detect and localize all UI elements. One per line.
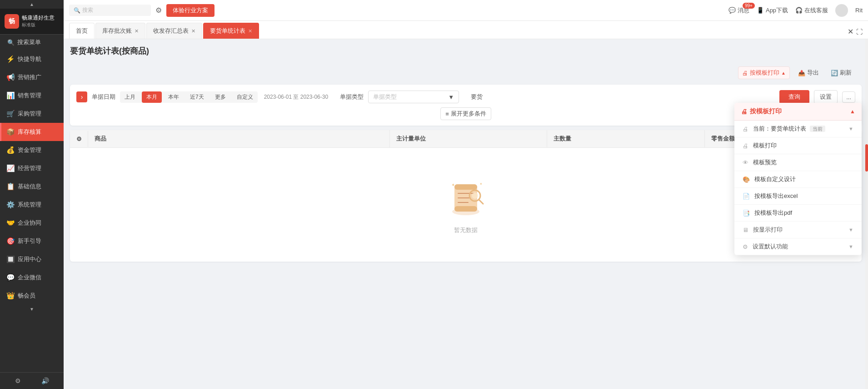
- date-current-month[interactable]: 本月: [142, 91, 162, 103]
- date-7days[interactable]: 近7天: [185, 91, 209, 103]
- online-service-action[interactable]: 🎧 在线客服: [795, 6, 828, 15]
- sidebar-item-wechat[interactable]: 💬 企业微信: [0, 268, 64, 287]
- dropdown-export-excel[interactable]: 📄 按模板导出excel: [734, 188, 862, 205]
- expand-icon: ≡: [445, 111, 449, 117]
- sidebar-item-label: 畅会员: [18, 292, 35, 300]
- username: Rit: [855, 7, 863, 14]
- sidebar-search[interactable]: 🔍 搜索菜单: [0, 35, 64, 50]
- sidebar-speaker-btn[interactable]: 🔊: [41, 377, 49, 384]
- date-label: 单据日期: [92, 93, 115, 101]
- trial-btn[interactable]: 体验行业方案: [166, 4, 215, 17]
- sidebar-item-label: 资金管理: [18, 146, 41, 154]
- svg-rect-2: [454, 184, 477, 190]
- tab-receipt-summary-close[interactable]: ✕: [191, 28, 195, 34]
- print-btn[interactable]: 🖨 按模板打印 ▲: [738, 66, 790, 79]
- dropdown-template-preview[interactable]: 👁 模板预览: [734, 154, 862, 171]
- tab-close-window-btn[interactable]: ✕: [848, 27, 853, 36]
- app-sub: 标准版: [22, 22, 55, 28]
- tab-home[interactable]: 首页: [69, 23, 95, 39]
- filter-expand-red-btn[interactable]: ›: [76, 91, 87, 102]
- dropdown-default-settings[interactable]: ⚙ 设置默认功能 ▼: [734, 238, 862, 255]
- dropdown-template-print[interactable]: 🖨 模板打印: [734, 137, 862, 154]
- th-unit: 主计量单位: [390, 130, 547, 147]
- sidebar-item-inventory[interactable]: 📦 库存核算: [0, 123, 64, 141]
- dropdown-display-print[interactable]: 🖥 按显示打印 ▼: [734, 222, 862, 238]
- sidebar-item-operation[interactable]: 📈 经营管理: [0, 159, 64, 177]
- sidebar-item-marketing[interactable]: 📢 营销推广: [0, 68, 64, 86]
- sidebar-scroll-down[interactable]: ▼: [0, 305, 64, 313]
- dropdown-current-item[interactable]: 🖨 当前：要货单统计表 当前 ▼: [734, 121, 862, 137]
- user-avatar[interactable]: [835, 4, 848, 17]
- topbar-actions: 💬 消息 99+ 📱 App下载 🎧 在线客服 Rit: [728, 4, 863, 17]
- sidebar-logo: 畅 畅康通好生意 标准版: [0, 9, 64, 35]
- sales-icon: 📊: [6, 91, 15, 100]
- sidebar-item-member[interactable]: 👑 畅会员: [0, 287, 64, 305]
- wechat-icon: 💬: [6, 273, 15, 282]
- default-settings-icon: ⚙: [743, 243, 748, 250]
- sidebar-bottom: ⚙ 🔊: [0, 372, 64, 389]
- refresh-btn[interactable]: 🔄 刷新: [827, 67, 855, 79]
- sidebar-item-collab[interactable]: 🤝 企业协同: [0, 214, 64, 232]
- basic-info-icon: 📋: [6, 182, 15, 191]
- message-action[interactable]: 💬 消息 99+: [728, 6, 749, 15]
- app-download-icon: 📱: [757, 7, 764, 14]
- sidebar-scroll-up[interactable]: ▲: [0, 0, 64, 9]
- export-excel-icon: 📄: [743, 193, 750, 200]
- topbar-search[interactable]: 🔍 搜索: [69, 5, 151, 16]
- export-btn[interactable]: 📤 导出: [794, 67, 823, 79]
- sidebar-item-guide[interactable]: 🎯 新手引导: [0, 232, 64, 250]
- default-settings-left: ⚙ 设置默认功能: [743, 242, 788, 251]
- tab-inventory-batch[interactable]: 库存批次账 ✕: [95, 23, 145, 39]
- message-badge: 99+: [743, 3, 755, 9]
- th-qty: 主数量: [547, 130, 704, 147]
- dropdown-export-pdf[interactable]: 📑 按模板导出pdf: [734, 205, 862, 222]
- sidebar-item-label: 销售管理: [18, 91, 41, 100]
- sidebar-item-app-center[interactable]: 🔲 应用中心: [0, 250, 64, 268]
- sidebar-item-system[interactable]: ⚙️ 系统管理: [0, 196, 64, 214]
- date-current-year[interactable]: 本年: [164, 91, 184, 103]
- tab-order-summary-close[interactable]: ✕: [248, 28, 252, 34]
- default-settings-label: 设置默认功能: [753, 242, 788, 251]
- sidebar-settings-btn[interactable]: ⚙: [15, 377, 21, 384]
- settings-btn[interactable]: 设置: [814, 90, 838, 104]
- export-btn-label: 导出: [807, 69, 819, 77]
- tab-receipt-summary[interactable]: 收发存汇总表 ✕: [146, 23, 202, 39]
- app-download-action[interactable]: 📱 App下载: [757, 6, 788, 15]
- expand-more-btn[interactable]: ≡ 展开更多条件: [440, 107, 491, 120]
- sidebar-item-purchase[interactable]: 🛒 采购管理: [0, 105, 64, 123]
- empty-text: 暂无数据: [454, 226, 478, 234]
- scrollbar-track: [865, 39, 868, 389]
- sidebar-item-finance[interactable]: 💰 资金管理: [0, 141, 64, 159]
- more-options-btn[interactable]: ...: [842, 91, 855, 103]
- tab-maximize-btn[interactable]: ⛶: [856, 28, 863, 35]
- export-pdf-label: 按模板导出pdf: [754, 209, 853, 217]
- sidebar-item-quick-nav[interactable]: ⚡ 快捷导航: [0, 50, 64, 68]
- template-preview-label: 模板预览: [753, 158, 853, 167]
- dropdown-template-custom[interactable]: 🎨 模板自定义设计: [734, 171, 862, 188]
- sidebar-item-label: 快捷导航: [18, 55, 41, 63]
- sidebar-item-sales[interactable]: 📊 销售管理: [0, 86, 64, 105]
- date-more[interactable]: 更多: [210, 91, 230, 103]
- topbar-gear-icon[interactable]: ⚙: [155, 6, 162, 15]
- page-content: 要货单统计表(按商品) 🖨 按模板打印 ▲ 📤 导出 🔄 刷新 › 单据日期: [64, 39, 868, 389]
- query-btn[interactable]: 查询: [779, 90, 809, 104]
- marketing-icon: 📢: [6, 73, 15, 82]
- scrollbar-thumb[interactable]: [865, 144, 868, 172]
- quick-nav-icon: ⚡: [6, 55, 15, 64]
- guide-icon: 🎯: [6, 237, 15, 246]
- date-prev-month[interactable]: 上月: [120, 91, 140, 103]
- type-select[interactable]: 单据类型 ▼: [368, 91, 459, 103]
- tab-order-summary[interactable]: 要货单统计表 ✕: [203, 23, 259, 39]
- th-gear[interactable]: ⚙: [70, 131, 88, 147]
- message-icon: 💬: [728, 7, 736, 14]
- dropdown-close-chevron[interactable]: ▲: [850, 108, 855, 115]
- tab-inventory-batch-close[interactable]: ✕: [135, 28, 139, 34]
- tab-inventory-batch-label: 库存批次账: [102, 27, 132, 35]
- app-center-icon: 🔲: [6, 255, 15, 264]
- date-toggle: 上月 本月 本年 近7天 更多 自定义: [120, 91, 258, 103]
- print-dropdown-menu: 🖨 按模板打印 ▲ 🖨 当前：要货单统计表 当前 ▼ 🖨 模板打印: [734, 103, 862, 255]
- date-custom[interactable]: 自定义: [232, 91, 258, 103]
- sidebar-item-label: 新手引导: [18, 237, 41, 245]
- tab-receipt-summary-label: 收发存汇总表: [153, 27, 189, 35]
- sidebar-item-basic-info[interactable]: 📋 基础信息: [0, 177, 64, 196]
